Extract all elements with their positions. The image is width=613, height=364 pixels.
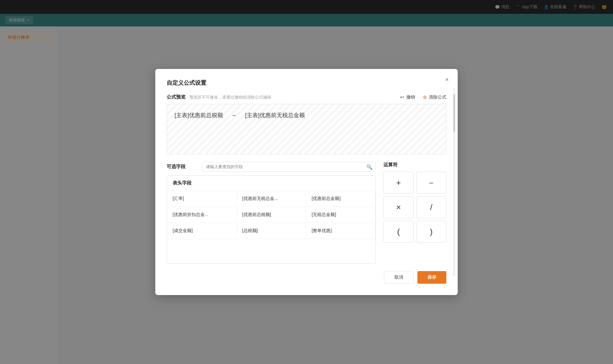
fields-list: 表头字段 [汇率] [优惠前无税总金... [优惠前总金额] [优惠前折扣总金.… xyxy=(167,175,376,264)
formula-header-left: 公式预览 预览区不可修改，请通过撤销或清除公式编辑 xyxy=(167,94,271,100)
field-item[interactable]: [总税额] xyxy=(237,223,306,239)
dialog-close-button[interactable]: × xyxy=(443,75,451,84)
formula-part1: [主表]优惠前总税额 xyxy=(175,111,223,119)
formula-header-right: ↩ 撤销 ⊗ 清除公式 xyxy=(399,94,446,100)
search-icon: 🔍 xyxy=(366,164,373,170)
undo-button[interactable]: ↩ 撤销 xyxy=(399,94,415,100)
cancel-button[interactable]: 取消 xyxy=(384,271,414,284)
dialog-footer: 取消 保存 xyxy=(167,271,446,284)
field-item[interactable]: [优惠前折扣总金... xyxy=(167,207,237,223)
operators-section: 运算符 + － × / ( xyxy=(383,162,446,264)
operator-right-paren[interactable]: ) xyxy=(416,221,446,243)
formula-operator: － xyxy=(228,111,240,120)
field-item[interactable]: [优惠前总税额] xyxy=(237,207,306,223)
bottom-section: 可选字段 🔍 表头字段 [汇率] [优惠前无税总金... [优惠前总金额] [优… xyxy=(167,162,446,264)
field-item[interactable]: [优惠前无税总金... xyxy=(237,191,306,207)
operator-divide[interactable]: / xyxy=(416,196,446,218)
formula-header: 公式预览 预览区不可修改，请通过撤销或清除公式编辑 ↩ 撤销 ⊗ 清除公式 xyxy=(167,94,446,100)
formula-dialog: 自定义公式设置 × 公式预览 预览区不可修改，请通过撤销或清除公式编辑 ↩ 撤销… xyxy=(155,69,458,295)
dialog-backdrop: 自定义公式设置 × 公式预览 预览区不可修改，请通过撤销或清除公式编辑 ↩ 撤销… xyxy=(0,0,613,364)
search-box: 🔍 xyxy=(202,162,376,172)
operator-plus[interactable]: + xyxy=(383,172,414,194)
operator-left-paren[interactable]: ( xyxy=(383,221,414,243)
fields-section-label: 可选字段 xyxy=(167,164,186,170)
save-button[interactable]: 保存 xyxy=(417,271,446,284)
field-item[interactable]: [整单优惠] xyxy=(306,223,375,239)
close-icon: × xyxy=(445,77,449,83)
field-item[interactable]: [优惠前总金额] xyxy=(306,191,375,207)
fields-section: 可选字段 🔍 表头字段 [汇率] [优惠前无税总金... [优惠前总金额] [优… xyxy=(167,162,376,264)
field-item[interactable]: [无税总金额] xyxy=(306,207,375,223)
field-item[interactable]: [成交金额] xyxy=(167,223,237,239)
scrollbar-thumb xyxy=(453,94,455,132)
fields-grid: [汇率] [优惠前无税总金... [优惠前总金额] [优惠前折扣总金... [优… xyxy=(167,191,375,239)
clear-formula-button[interactable]: ⊗ 清除公式 xyxy=(423,94,446,100)
formula-display: [主表]优惠前总税额 － [主表]优惠前无税总金额 xyxy=(167,104,446,154)
fields-header: 可选字段 🔍 xyxy=(167,162,376,172)
dialog-scrollbar[interactable] xyxy=(453,88,455,276)
search-input[interactable] xyxy=(202,162,376,172)
operator-minus[interactable]: － xyxy=(416,172,446,194)
operator-multiply[interactable]: × xyxy=(383,196,414,218)
operators-title: 运算符 xyxy=(383,162,446,168)
fields-group-header: 表头字段 xyxy=(167,176,375,191)
field-item[interactable]: [汇率] xyxy=(167,191,237,207)
formula-text: [主表]优惠前总税额 － [主表]优惠前无税总金额 xyxy=(175,111,438,120)
dialog-title: 自定义公式设置 xyxy=(167,79,446,87)
formula-part2: [主表]优惠前无税总金额 xyxy=(245,111,305,119)
formula-section-hint: 预览区不可修改，请通过撤销或清除公式编辑 xyxy=(189,94,271,100)
clear-icon: ⊗ xyxy=(423,94,427,100)
formula-section-label: 公式预览 xyxy=(167,94,186,100)
undo-icon: ↩ xyxy=(399,95,404,100)
operators-grid: + － × / ( ) xyxy=(383,172,446,243)
